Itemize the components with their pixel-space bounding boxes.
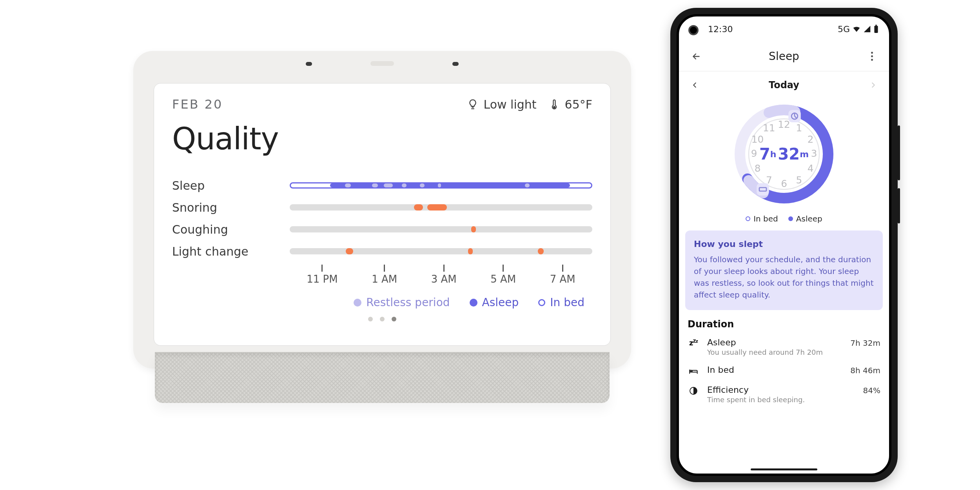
phone-device: 12:30 5G Sleep [670, 8, 898, 482]
light-sensor-chip: Low light [467, 98, 536, 111]
gesture-bar[interactable] [751, 468, 817, 470]
wifi-icon [852, 25, 861, 33]
row-title: Asleep [707, 338, 842, 347]
row-value: 84% [863, 385, 880, 395]
row-inbed[interactable]: In bed 8h 46m [679, 362, 889, 382]
duration-header: Duration [679, 310, 889, 334]
track-label-lightchange: Light change [172, 245, 274, 258]
hub-screen: FEB 20 Low light 65°F Quality Sle [154, 83, 611, 346]
row-efficiency[interactable]: Efficiency Time spent in bed sleeping. 8… [679, 382, 889, 409]
row-value: 7h 32m [850, 338, 880, 348]
track-bar-lightchange [290, 248, 592, 254]
legend-restless: Restless period [366, 296, 450, 309]
dial-minutes: 32 [778, 145, 800, 163]
row-value: 8h 46m [850, 365, 880, 375]
card-body: You followed your schedule, and the dura… [694, 254, 874, 301]
sleep-zzz-icon: zZz [688, 338, 699, 347]
battery-icon [873, 25, 879, 33]
dial-h-unit: h [770, 149, 777, 159]
temp-label: 65°F [565, 98, 592, 111]
dial-legend: In bed Asleep [679, 214, 889, 230]
arrow-left-icon [691, 51, 701, 62]
track-label-sleep: Sleep [172, 179, 274, 192]
legend-inbed: In bed [550, 296, 584, 309]
prev-day-button[interactable] [688, 78, 702, 92]
page-indicator[interactable] [172, 317, 592, 321]
axis-tick: 11 PM [307, 265, 338, 285]
overflow-button[interactable] [865, 49, 879, 64]
track-bar-coughing [290, 226, 592, 232]
axis-tick: 3 AM [431, 265, 457, 285]
row-sub: You usually need around 7h 20m [707, 348, 842, 356]
axis-tick: 7 AM [550, 265, 575, 285]
track-label-snoring: Snoring [172, 201, 274, 214]
appbar-title: Sleep [703, 50, 865, 63]
track-bar-sleep [290, 182, 592, 189]
chevron-left-icon [690, 81, 699, 89]
date-label: Today [702, 80, 866, 91]
how-you-slept-card[interactable]: How you slept You followed your schedule… [685, 230, 883, 310]
track-bar-snoring [290, 204, 592, 211]
row-title: Efficiency [707, 385, 855, 395]
sleep-dial: 1212 345 678 91011 7h 32m [731, 101, 837, 207]
bed-icon [688, 366, 699, 376]
status-bar: 12:30 5G [679, 16, 889, 42]
timeline-legend: Restless period Asleep In bed [172, 296, 584, 309]
svg-rect-2 [875, 25, 877, 26]
nest-hub-device: FEB 20 Low light 65°F Quality Sle [133, 51, 631, 368]
dial-m-unit: m [800, 149, 809, 159]
light-label: Low light [483, 98, 536, 111]
back-button[interactable] [689, 49, 703, 64]
network-label: 5G [838, 24, 850, 34]
dial-legend-inbed: In bed [753, 214, 778, 223]
efficiency-icon [689, 386, 698, 396]
axis-tick: 5 AM [490, 265, 516, 285]
next-day-button[interactable] [866, 78, 880, 92]
row-sub: Time spent in bed sleeping. [707, 396, 855, 404]
hub-title: Quality [172, 121, 592, 156]
hub-date: FEB 20 [172, 97, 223, 112]
kebab-icon [871, 52, 873, 61]
dial-legend-asleep: Asleep [796, 214, 822, 223]
signal-icon [863, 25, 871, 33]
svg-rect-1 [874, 26, 878, 33]
track-label-coughing: Coughing [172, 223, 274, 236]
row-title: In bed [707, 365, 842, 375]
status-time: 12:30 [708, 24, 733, 34]
hub-speaker-base [155, 352, 610, 403]
app-bar: Sleep [679, 42, 889, 71]
dial-hours: 7 [759, 145, 770, 163]
svg-point-23 [690, 370, 691, 371]
card-title: How you slept [694, 239, 874, 249]
legend-asleep: Asleep [482, 296, 519, 309]
axis-tick: 1 AM [372, 265, 397, 285]
svg-point-0 [554, 107, 555, 108]
bulb-icon [467, 98, 479, 110]
front-camera [688, 25, 699, 35]
timeline-axis: 11 PM 1 AM 3 AM 5 AM 7 AM [290, 262, 592, 285]
temp-sensor-chip: 65°F [548, 98, 592, 111]
quality-timeline: Sleep Sno [172, 174, 592, 321]
chevron-right-icon [869, 81, 878, 89]
thermometer-icon [548, 98, 560, 110]
row-asleep[interactable]: zZz Asleep You usually need around 7h 20… [679, 334, 889, 362]
